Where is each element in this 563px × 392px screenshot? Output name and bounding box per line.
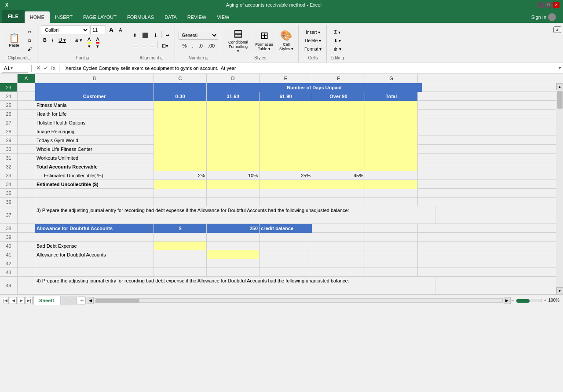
cell-43-e[interactable] <box>260 268 312 277</box>
align-bottom-btn[interactable]: ⬇ <box>151 31 160 40</box>
cell-33-a[interactable] <box>18 171 35 180</box>
cell-23-a[interactable] <box>18 83 35 92</box>
row-num-33[interactable]: 33 <box>0 171 17 180</box>
cell-31-e[interactable] <box>260 154 312 162</box>
insert-function-btn[interactable]: fx <box>50 65 56 71</box>
cell-30-f[interactable] <box>312 145 365 154</box>
sheet-nav-last-btn[interactable]: ▶| <box>26 297 33 304</box>
h-scroll-track[interactable] <box>95 298 502 303</box>
cell-34-e[interactable] <box>260 180 312 189</box>
increase-decimal-btn[interactable]: .0 <box>197 41 205 50</box>
cell-39-c[interactable] <box>154 233 207 242</box>
cell-27-a[interactable] <box>18 118 35 127</box>
cell-32-g[interactable] <box>365 162 418 171</box>
cell-39-b[interactable] <box>35 233 154 242</box>
merge-center-btn[interactable]: ⊞▾ <box>160 41 171 50</box>
col-header-g[interactable]: G <box>365 74 418 83</box>
cell-40-d[interactable] <box>207 242 260 250</box>
cell-38-e[interactable]: credit balance <box>260 224 312 233</box>
cell-42-b[interactable] <box>35 259 154 268</box>
insert-cells-btn[interactable]: Insert ▾ <box>303 29 322 36</box>
row-num-28[interactable]: 28 <box>0 127 17 136</box>
cell-34-a[interactable] <box>18 180 35 189</box>
tab-home[interactable]: HOME <box>25 11 50 23</box>
cell-37-b[interactable]: 3) Prepare the adjusting journal entry f… <box>35 206 435 224</box>
cell-40-a[interactable] <box>18 242 35 250</box>
cell-35-b[interactable] <box>35 189 154 198</box>
cell-35-e[interactable] <box>260 189 312 198</box>
cell-38-c[interactable]: $ <box>154 224 207 233</box>
cell-33-b[interactable]: Estimated Uncollectible( %) <box>35 171 154 180</box>
paste-btn[interactable]: 📋 Paste <box>4 28 24 53</box>
col-header-a[interactable]: A <box>18 74 35 83</box>
cell-38-b[interactable]: Allowance for Doubtful Accounts <box>35 224 154 233</box>
cell-36-d[interactable] <box>207 198 260 206</box>
cell-33-g[interactable] <box>365 171 418 180</box>
font-grow-btn[interactable]: A <box>107 26 116 34</box>
font-name-select[interactable]: Calibri <box>41 26 89 34</box>
cell-34-c[interactable] <box>154 180 207 189</box>
cell-styles-btn[interactable]: 🎨 CellStyles ▾ <box>277 28 296 53</box>
copy-btn[interactable]: ⧉ <box>26 37 34 44</box>
cell-32-f[interactable] <box>312 162 365 171</box>
cell-39-e[interactable] <box>260 233 312 242</box>
cell-29-a[interactable] <box>18 136 35 145</box>
row-num-37[interactable]: 37 <box>0 206 17 224</box>
cell-27-b[interactable]: Holistic Health Options <box>35 118 154 127</box>
cell-40-b[interactable]: Bad Debt Expense <box>35 242 154 250</box>
tab-page-layout[interactable]: PAGE LAYOUT <box>78 11 122 23</box>
cell-25-d[interactable] <box>207 101 260 110</box>
cell-27-e[interactable] <box>260 118 312 127</box>
cell-32-b[interactable]: Total Accounts Receivable <box>35 162 154 171</box>
cell-33-e[interactable]: 25% <box>260 171 312 180</box>
format-painter-btn[interactable]: 🖌 <box>26 45 34 53</box>
cell-38-a[interactable] <box>18 224 35 233</box>
cell-28-f[interactable] <box>312 127 365 136</box>
cell-43-g[interactable] <box>365 268 418 277</box>
sheet-nav-next-btn[interactable]: ▶ <box>18 297 25 304</box>
cell-41-e[interactable] <box>260 250 312 259</box>
row-num-36[interactable]: 36 <box>0 198 17 206</box>
cell-41-a[interactable] <box>18 250 35 259</box>
cell-40-c[interactable] <box>154 242 207 250</box>
align-middle-btn[interactable]: ⬛ <box>140 31 150 40</box>
zoom-in-icon[interactable]: + <box>544 298 547 303</box>
cell-36-e[interactable] <box>260 198 312 206</box>
cell-26-d[interactable] <box>207 110 260 118</box>
sheet-tab-ellipsis[interactable]: ... <box>62 296 77 305</box>
row-num-40[interactable]: 40 <box>0 242 17 250</box>
cut-btn[interactable]: ✂ <box>26 28 34 36</box>
cell-25-e[interactable] <box>260 101 312 110</box>
cell-33-f[interactable]: 45% <box>312 171 365 180</box>
cell-37-a[interactable] <box>18 206 35 224</box>
number-expand-icon[interactable]: ⊡ <box>205 56 208 60</box>
cell-42-e[interactable] <box>260 259 312 268</box>
cell-36-c[interactable] <box>154 198 207 206</box>
row-num-39[interactable]: 39 <box>0 233 17 242</box>
row-num-32[interactable]: 32 <box>0 162 17 171</box>
cell-25-c[interactable] <box>154 101 207 110</box>
align-top-btn[interactable]: ⬆ <box>131 31 139 40</box>
cell-42-d[interactable] <box>207 259 260 268</box>
tab-file[interactable]: FILE <box>2 10 25 23</box>
cell-41-f[interactable] <box>312 250 365 259</box>
cell-42-f[interactable] <box>312 259 365 268</box>
cell-41-b[interactable]: Allowance for Doubtful Accounts <box>35 250 154 259</box>
cell-27-d[interactable] <box>207 118 260 127</box>
cell-43-d[interactable] <box>207 268 260 277</box>
cell-24-c[interactable]: 0-30 <box>154 92 207 101</box>
font-shrink-btn[interactable]: A <box>117 26 124 34</box>
row-num-35[interactable]: 35 <box>0 189 17 198</box>
cancel-formula-btn[interactable]: ✕ <box>35 65 42 71</box>
format-as-table-btn[interactable]: ⊞ Format asTable ▾ <box>253 28 275 53</box>
h-scroll-right-btn[interactable]: ▶ <box>504 297 511 304</box>
cell-30-a[interactable] <box>18 145 35 154</box>
sheet-nav-prev-btn[interactable]: ◀ <box>10 297 17 304</box>
cell-36-b[interactable] <box>35 198 154 206</box>
cell-42-c[interactable] <box>154 259 207 268</box>
cell-30-g[interactable] <box>365 145 418 154</box>
format-cells-btn[interactable]: Format ▾ <box>302 45 324 53</box>
cell-27-f[interactable] <box>312 118 365 127</box>
cell-34-g[interactable] <box>365 180 418 189</box>
cell-26-f[interactable] <box>312 110 365 118</box>
